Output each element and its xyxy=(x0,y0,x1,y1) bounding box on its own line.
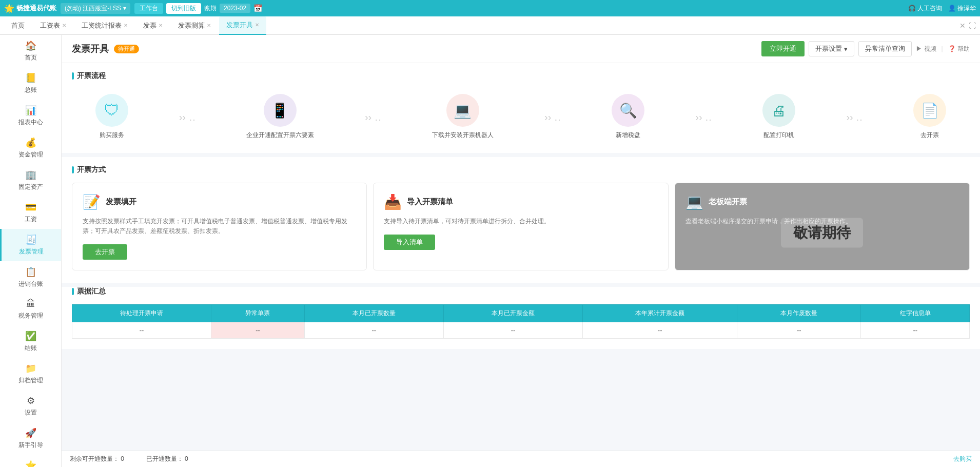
method-title-old: 老板端开票 xyxy=(709,197,747,207)
search-icon: 🔍 xyxy=(619,102,637,119)
tab-invoice-calc[interactable]: 发票测算 ✕ xyxy=(171,16,218,35)
tab-invoice-close[interactable]: ✕ xyxy=(159,23,163,28)
workstation-button[interactable]: 工作台 xyxy=(134,3,163,14)
sidebar-item-sales-ledger[interactable]: 📋 进销台账 xyxy=(0,261,61,294)
flow-arrow-3: ›› ‥ xyxy=(544,111,561,123)
flow-icon-download[interactable]: 💻 xyxy=(446,94,479,127)
go-open-ticket-button[interactable]: 去开票 xyxy=(83,244,127,260)
restore-icon[interactable]: ⛶ xyxy=(969,22,976,30)
sidebar-item-guide[interactable]: 🚀 新手引导 xyxy=(0,422,61,455)
page-header: 发票开具 待开通 立即开通 开票设置 ▾ 异常清单查询 ▶ 视频 | ❓ xyxy=(62,35,980,63)
tab-salary-report[interactable]: 工资统计报表 ✕ xyxy=(74,16,135,35)
sidebar-item-fixed-assets[interactable]: 🏢 固定资产 xyxy=(0,164,61,197)
sidebar-item-home[interactable]: 🏠 首页 xyxy=(0,35,61,67)
flow-step-config: 📱 企业开通配置开票六要素 xyxy=(246,94,314,140)
flow-step-download: 💻 下载并安装开票机器人 xyxy=(432,94,494,140)
flow-icon-open[interactable]: 📄 xyxy=(913,94,946,127)
sidebar-item-salary[interactable]: 💳 工资 xyxy=(0,197,61,229)
tab-invoice-calc-close[interactable]: ✕ xyxy=(207,23,211,28)
sidebar-item-invoice-mgmt[interactable]: 🧾 发票管理 xyxy=(0,229,61,261)
computer-icon: 💻 xyxy=(454,102,472,119)
method-section-title: 开票方式 xyxy=(72,165,970,174)
top-bar-right: 🎧 人工咨询 👤 徐泽华 xyxy=(908,4,976,13)
flow-section-title: 开票流程 xyxy=(72,71,970,81)
tab-invoice-tool-close[interactable]: ✕ xyxy=(255,22,259,28)
col-void-count: 本月作废数量 xyxy=(737,305,861,322)
tab-invoice[interactable]: 发票 ✕ xyxy=(136,16,170,35)
buy-link[interactable]: 去购买 xyxy=(953,455,972,463)
tax-icon: 🏛 xyxy=(26,299,35,309)
abnormal-query-button[interactable]: 异常清单查询 xyxy=(858,41,912,56)
flow-icon-printer[interactable]: 🖨 xyxy=(762,94,795,127)
import-list-button[interactable]: 导入清单 xyxy=(384,235,435,250)
user-icon: 👤 xyxy=(948,5,956,12)
open-now-button[interactable]: 立即开通 xyxy=(761,41,805,56)
sidebar-item-settings[interactable]: ⚙ 设置 xyxy=(0,390,61,422)
close-all-tabs[interactable]: ✕ xyxy=(959,22,966,30)
flow-step-buy: 🛡 购买服务 xyxy=(95,94,128,140)
invoice-mgmt-icon: 🧾 xyxy=(26,234,37,245)
flow-steps: 🛡 购买服务 ›› ‥ 📱 企业开通配置开票六要素 ›› ‥ 💻 xyxy=(72,89,970,145)
sidebar: 🏠 首页 📒 总账 📊 报表中心 💰 资金管理 🏢 固定资产 💳 工资 🧾 发票… xyxy=(0,35,62,467)
remaining-value: 0 xyxy=(121,455,124,462)
switch-old-button[interactable]: 切到旧版 xyxy=(166,3,201,14)
tab-salary-report-close[interactable]: ✕ xyxy=(124,23,128,28)
period-value[interactable]: 2023-02 xyxy=(220,4,250,13)
opened-value: 0 xyxy=(185,455,188,462)
method-card-import: 📥 导入开票清单 支持导入待开票清单，可对待开票清单进行拆分、合并处理。 导入清… xyxy=(373,183,668,270)
flow-icon-config[interactable]: 📱 xyxy=(264,94,297,127)
flow-label-printer: 配置打印机 xyxy=(763,131,794,140)
col-month-count: 本月已开票数量 xyxy=(304,305,443,322)
flow-label-config: 企业开通配置开票六要素 xyxy=(246,131,314,140)
period-label: 账期 xyxy=(204,4,217,13)
method-header-manual: 📝 发票填开 xyxy=(83,193,356,210)
manual-fill-icon: 📝 xyxy=(83,193,101,210)
col-pending: 待处理开票申请 xyxy=(72,305,211,322)
member-icon: ⭐ xyxy=(25,460,36,467)
sidebar-item-member[interactable]: ⭐ 畅会员 xyxy=(0,455,61,467)
user-avatar[interactable]: 👤 徐泽华 xyxy=(948,4,976,13)
sidebar-item-reports[interactable]: 📊 报表中心 xyxy=(0,100,61,132)
header-right-actions: ▶ 视频 | ❓ 帮助 xyxy=(916,45,970,53)
tab-invoice-tool[interactable]: 发票开具 ✕ xyxy=(219,16,266,35)
flow-icon-buy[interactable]: 🛡 xyxy=(95,94,128,127)
archive-icon: 📁 xyxy=(25,363,36,374)
flow-icon-taxdisk[interactable]: 🔍 xyxy=(612,94,644,127)
checkout-icon: ✅ xyxy=(25,330,36,342)
flow-step-printer: 🖨 配置打印机 xyxy=(762,94,795,140)
sidebar-item-archive[interactable]: 📁 归档管理 xyxy=(0,358,61,390)
flow-step-taxdisk: 🔍 新增税盘 xyxy=(612,94,644,140)
guide-icon: 🚀 xyxy=(25,427,36,439)
settings-button[interactable]: 开票设置 ▾ xyxy=(809,41,854,56)
open-methods: 📝 发票填开 支持按照发票样式手工填充开发票；可开具增值税电子普通发票、增值税普… xyxy=(72,183,970,275)
method-desc-manual: 支持按照发票样式手工填充开发票；可开具增值税电子普通发票、增值税普通发票、增值税… xyxy=(83,217,356,236)
company-selector[interactable]: (勿动) 江西服宝-LSS ▾ xyxy=(61,3,130,14)
tab-salary-table-close[interactable]: ✕ xyxy=(62,23,66,28)
tab-home[interactable]: 首页 xyxy=(4,16,32,35)
customer-service[interactable]: 🎧 人工咨询 xyxy=(908,4,942,13)
shield-icon: 🛡 xyxy=(104,102,120,119)
sidebar-item-general-ledger[interactable]: 📒 总账 xyxy=(0,67,61,100)
sidebar-item-fund[interactable]: 💰 资金管理 xyxy=(0,132,61,164)
cell-void-count: -- xyxy=(737,322,861,339)
method-header-old: 💻 老板端开票 xyxy=(685,193,959,210)
help-link[interactable]: ❓ 帮助 xyxy=(948,45,970,53)
cell-pending[interactable]: -- xyxy=(72,322,211,339)
cell-abnormal[interactable]: -- xyxy=(211,322,305,339)
method-desc-import: 支持导入待开票清单，可对待开票清单进行拆分、合并处理。 xyxy=(384,217,657,226)
video-help[interactable]: ▶ 视频 xyxy=(916,45,936,53)
nav-bar-right: ✕ ⛶ xyxy=(959,22,976,30)
sidebar-item-checkout[interactable]: ✅ 结账 xyxy=(0,325,61,358)
sales-icon: 📋 xyxy=(25,266,36,278)
main-layout: 🏠 首页 📒 总账 📊 报表中心 💰 资金管理 🏢 固定资产 💳 工资 🧾 发票… xyxy=(0,35,980,467)
remaining-label: 剩余可开通数量： xyxy=(70,455,119,462)
top-bar: 🌟 畅捷通易代账 (勿动) 江西服宝-LSS ▾ 工作台 切到旧版 账期 202… xyxy=(0,0,980,16)
method-card-manual: 📝 发票填开 支持按照发票样式手工填充开发票；可开具增值税电子普通发票、增值税普… xyxy=(72,183,367,270)
sidebar-item-tax[interactable]: 🏛 税务管理 xyxy=(0,294,61,325)
top-bar-left: 🌟 畅捷通易代账 (勿动) 江西服宝-LSS ▾ 工作台 切到旧版 账期 202… xyxy=(4,3,262,14)
calendar-icon[interactable]: 📅 xyxy=(253,4,262,12)
flow-arrow-4: ›› ‥ xyxy=(695,111,712,123)
footer-bar: 剩余可开通数量： 0 已开通数量： 0 去购买 xyxy=(62,451,980,467)
tab-salary-table[interactable]: 工资表 ✕ xyxy=(33,16,73,35)
col-abnormal: 异常单票 xyxy=(211,305,305,322)
